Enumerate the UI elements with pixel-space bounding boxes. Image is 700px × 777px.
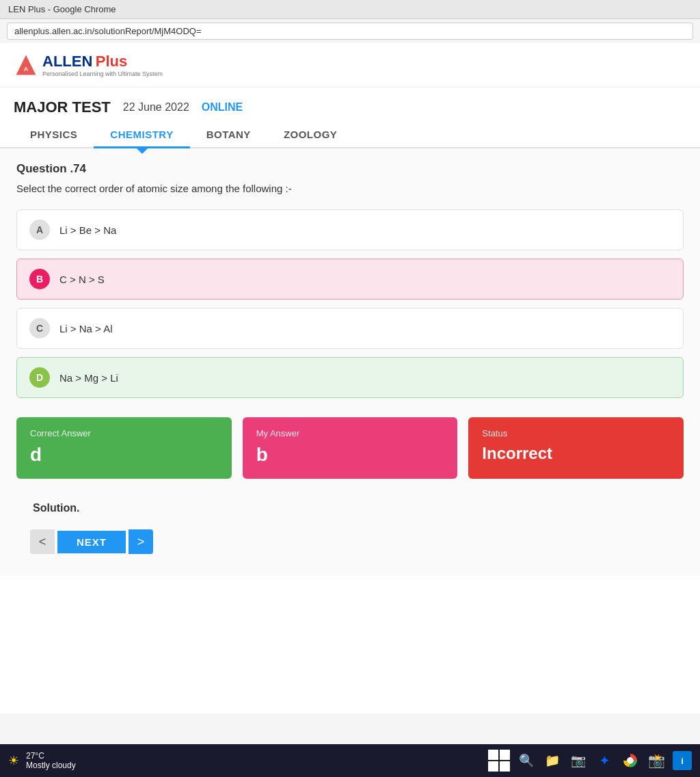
chrome-icon[interactable] xyxy=(621,751,640,770)
status-label: Status xyxy=(482,428,670,438)
subject-tabs: PHYSICS CHEMISTRY BOTANY ZOOLOGY xyxy=(0,122,700,148)
camera-icon[interactable]: 📷 xyxy=(569,751,588,770)
option-c-text: Li > Na > Al xyxy=(59,323,113,334)
next-arrow-button[interactable]: > xyxy=(129,529,153,554)
nav-buttons: < NEXT > xyxy=(16,521,684,562)
tab-chemistry[interactable]: CHEMISTRY xyxy=(94,122,189,147)
browser-title-bar: LEN Plus - Google Chrome xyxy=(0,0,700,19)
tab-active-arrow xyxy=(137,148,148,154)
logo-tagline: Personalised Learning with Ultimate Syst… xyxy=(42,70,163,77)
question-text: Select the correct order of atomic size … xyxy=(16,183,684,194)
option-c[interactable]: C Li > Na > Al xyxy=(16,308,684,349)
logo-plus: Plus xyxy=(96,53,127,70)
my-answer-value: b xyxy=(256,444,444,466)
my-answer-label: My Answer xyxy=(256,428,444,438)
weather-icon: ☀ xyxy=(8,753,19,768)
next-button[interactable]: NEXT xyxy=(57,531,126,553)
dropbox-icon[interactable]: ✦ xyxy=(595,751,614,770)
logo-allen: ALLEN xyxy=(42,53,92,70)
test-mode: ONLINE xyxy=(202,101,243,114)
tab-physics[interactable]: PHYSICS xyxy=(14,122,94,147)
option-a-badge: A xyxy=(29,220,50,240)
windows-button[interactable] xyxy=(488,750,510,772)
option-b[interactable]: B C > N > S xyxy=(16,259,684,300)
temperature: 27°C xyxy=(26,751,76,761)
logo-bar: A ALLEN Plus Personalised Learning with … xyxy=(0,43,700,88)
weather-info: 27°C Mostly cloudy xyxy=(26,751,76,770)
svg-point-3 xyxy=(628,758,633,763)
option-d[interactable]: D Na > Mg > Li xyxy=(16,357,684,398)
taskbar: ☀ 27°C Mostly cloudy 🔍 📁 📷 ✦ 📸 i xyxy=(0,744,700,777)
address-bar[interactable]: allenplus.allen.ac.in/solutionReport/MjM… xyxy=(7,23,693,40)
test-date: 22 June 2022 xyxy=(123,101,189,114)
question-area: Question .74 Select the correct order of… xyxy=(0,148,700,576)
camera-app-icon[interactable]: 📸 xyxy=(647,751,666,770)
test-header: MAJOR TEST 22 June 2022 ONLINE xyxy=(0,88,700,122)
option-b-text: C > N > S xyxy=(59,274,105,285)
weather-condition: Mostly cloudy xyxy=(26,761,76,770)
tab-zoology[interactable]: ZOOLOGY xyxy=(267,122,354,147)
option-d-badge: D xyxy=(29,367,50,388)
correct-answer-card: Correct Answer d xyxy=(16,417,232,479)
search-taskbar-icon[interactable]: 🔍 xyxy=(517,751,536,770)
tab-botany[interactable]: BOTANY xyxy=(190,122,267,147)
question-number: Question .74 xyxy=(16,162,684,176)
solution-label: Solution. xyxy=(33,502,79,514)
status-card: Status Incorrect xyxy=(468,417,684,479)
option-c-badge: C xyxy=(29,318,50,339)
correct-answer-value: d xyxy=(30,444,218,466)
system-icon[interactable]: i xyxy=(673,751,692,770)
option-b-badge: B xyxy=(29,269,50,289)
main-content: A ALLEN Plus Personalised Learning with … xyxy=(0,43,700,713)
option-a[interactable]: A Li > Be > Na xyxy=(16,209,684,250)
my-answer-card: My Answer b xyxy=(243,417,458,479)
answer-cards: Correct Answer d My Answer b Status Inco… xyxy=(16,417,684,479)
file-manager-icon[interactable]: 📁 xyxy=(543,751,562,770)
major-test-label: MAJOR TEST xyxy=(14,98,111,116)
options-list: A Li > Be > Na B C > N > S C Li > Na > A… xyxy=(16,209,684,398)
prev-button[interactable]: < xyxy=(30,529,55,554)
status-value: Incorrect xyxy=(482,444,670,463)
option-a-text: Li > Be > Na xyxy=(59,224,116,236)
solution-section: Solution. xyxy=(16,495,684,521)
allen-logo-icon: A xyxy=(14,53,38,77)
correct-answer-label: Correct Answer xyxy=(30,428,218,438)
option-d-text: Na > Mg > Li xyxy=(59,372,118,384)
browser-title: LEN Plus - Google Chrome xyxy=(8,4,116,14)
svg-text:A: A xyxy=(24,66,29,73)
url-text: allenplus.allen.ac.in/solutionReport/MjM… xyxy=(14,26,202,36)
